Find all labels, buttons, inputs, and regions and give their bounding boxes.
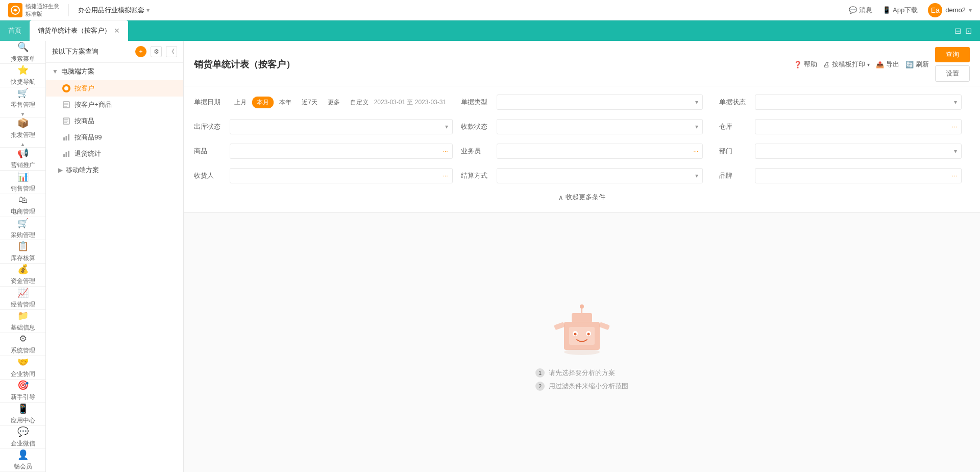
warehouse-label: 仓库 <box>719 122 755 131</box>
date-btn-custom[interactable]: 自定义 <box>346 97 373 108</box>
svg-point-20 <box>574 333 577 336</box>
sales-stat-tab-label: 销货单统计表（按客户） <box>38 26 111 35</box>
divider <box>68 4 69 16</box>
dropdown-icon: ▾ <box>146 7 150 14</box>
sidebar-item-search-menu[interactable]: 🔍 搜索菜单 <box>0 41 45 64</box>
scheme-item-by-product[interactable]: 按商品 <box>46 113 183 129</box>
sidebar-item-wholesale[interactable]: 📦 批发管理 ▲ <box>0 117 45 148</box>
wholesale-icon: 📦 <box>17 117 29 129</box>
logo-area: 畅捷通好生意 标准版 <box>8 3 59 17</box>
sidebar-item-retail[interactable]: 🛒 零售管理 ▼ <box>0 87 45 117</box>
settings-icon: ⚙ <box>154 48 159 55</box>
filter-receipt-status-col: 收款状态 ▾ <box>453 117 712 136</box>
salesperson-select[interactable]: ··· <box>497 144 703 159</box>
scheme-item-by-product-99[interactable]: 按商品99 <box>46 129 183 146</box>
doc-type-chevron-icon: ▾ <box>695 99 698 106</box>
receipt-status-select[interactable]: ▾ <box>497 119 703 134</box>
purchase-icon: 🛒 <box>17 218 29 229</box>
search-menu-icon: 🔍 <box>17 41 29 53</box>
empty-hint-2: 2 用过滤条件来缩小分析范围 <box>535 382 628 391</box>
filter-area: 单据日期 上月 本月 本年 近7天 更多 自定义 2023-03-01 至 20… <box>184 86 980 213</box>
window-maximize-icon[interactable]: ⊡ <box>965 26 972 36</box>
tab-home[interactable]: 首页 <box>0 20 30 41</box>
sidebar-item-newbie[interactable]: 🎯 新手引导 <box>0 380 45 403</box>
query-button[interactable]: 查询 <box>935 47 970 62</box>
date-btn-7days[interactable]: 近7天 <box>297 97 322 108</box>
date-shortcuts-group: 上月 本月 本年 近7天 更多 自定义 2023-03-01 至 2023-03… <box>230 97 453 108</box>
brand-dots-icon: ··· <box>952 172 957 179</box>
message-btn[interactable]: 💬 消息 <box>849 6 872 15</box>
refresh-icon: 🔄 <box>905 61 914 68</box>
doc-status-select[interactable]: ▾ <box>755 95 962 110</box>
doc-type-select[interactable]: ▾ <box>497 95 703 110</box>
warehouse-dots-icon: ··· <box>952 123 957 130</box>
scheme-settings-btn[interactable]: ⚙ <box>151 46 162 57</box>
filter-recipient-col: 收货人 ··· <box>194 166 453 185</box>
scheme-group-desktop-header[interactable]: ▼ 电脑端方案 <box>46 63 183 80</box>
settings-button[interactable]: 设置 <box>935 65 970 82</box>
filter-row-1: 单据日期 上月 本月 本年 近7天 更多 自定义 2023-03-01 至 20… <box>194 92 970 112</box>
app-title-dropdown[interactable]: 办公用品行业模拟账套 ▾ <box>78 6 150 15</box>
collapse-more-btn[interactable]: ∧ 收起更多条件 <box>194 188 970 206</box>
product-label: 商品 <box>194 147 230 156</box>
scheme-header-title: 按以下方案查询 <box>52 47 99 56</box>
scheme-group-mobile-header[interactable]: ▶ 移动端方案 <box>46 162 183 178</box>
phone-icon: 📱 <box>883 6 891 14</box>
hint-1-num: 1 <box>535 368 545 377</box>
settlement-select[interactable]: ▾ <box>497 168 703 183</box>
tab-close-icon[interactable]: ✕ <box>114 27 120 35</box>
desktop-collapse-icon: ▼ <box>52 68 58 75</box>
hint-1-text: 请先选择要分析的方案 <box>549 368 615 377</box>
right-panel: 销货单统计表（按客户） ❓ 帮助 🖨 按模板打印 ▾ 📤 导出 <box>184 41 980 472</box>
out-status-label: 出库状态 <box>194 122 230 131</box>
help-btn[interactable]: ❓ 帮助 <box>794 60 817 69</box>
print-btn[interactable]: 🖨 按模板打印 ▾ <box>823 60 870 69</box>
scheme-item-by-customer[interactable]: 按客户 <box>46 80 183 97</box>
sidebar-item-quick-nav[interactable]: ⭐ 快捷导航 <box>0 64 45 87</box>
out-status-select[interactable]: ▾ <box>230 119 453 134</box>
sidebar-item-inventory[interactable]: 📋 库存核算 <box>0 240 45 263</box>
app-download-btn[interactable]: 📱 App下载 <box>883 6 918 15</box>
export-btn[interactable]: 📤 导出 <box>876 60 899 69</box>
window-minimize-icon[interactable]: ⊟ <box>954 26 961 36</box>
empty-hint-1: 1 请先选择要分析的方案 <box>535 368 628 377</box>
window-buttons: ⊟ ⊡ <box>954 26 980 36</box>
sidebar-item-enterprise-wechat[interactable]: 💬 企业微信 <box>0 426 45 449</box>
sidebar-item-operation[interactable]: 📈 经营管理 <box>0 287 45 310</box>
sidebar-item-finance[interactable]: 💰 资金管理 <box>0 264 45 287</box>
date-btn-this-year[interactable]: 本年 <box>275 97 296 108</box>
dept-select[interactable]: ▾ <box>755 144 962 159</box>
app-center-icon: 📱 <box>17 403 29 414</box>
by-product-99-icon <box>62 133 70 141</box>
sidebar-item-purchase[interactable]: 🛒 采购管理 <box>0 217 45 240</box>
user-info[interactable]: Ea demo2 ▾ <box>928 3 972 17</box>
scheme-collapse-btn[interactable]: 《 <box>166 46 177 57</box>
scheme-item-return-stat[interactable]: 退货统计 <box>46 146 183 162</box>
scheme-add-btn[interactable]: + <box>135 46 146 57</box>
sidebar-item-basic-info[interactable]: 📁 基础信息 <box>0 310 45 333</box>
svg-rect-26 <box>599 322 610 330</box>
brand-select[interactable]: ··· <box>755 168 962 183</box>
filter-row-2: 出库状态 ▾ 收款状态 ▾ 仓库 <box>194 117 970 136</box>
warehouse-select[interactable]: ··· <box>755 119 962 134</box>
scheme-item-by-customer-product[interactable]: 按客户+商品 <box>46 97 183 113</box>
sidebar-item-system[interactable]: ⚙ 系统管理 <box>0 333 45 356</box>
empty-state: 1 请先选择要分析的方案 2 用过滤条件来缩小分析范围 <box>535 294 628 391</box>
sidebar-item-sales[interactable]: 📊 销售管理 <box>0 171 45 194</box>
salesperson-label: 业务员 <box>461 147 497 156</box>
sidebar-item-app-center[interactable]: 📱 应用中心 <box>0 403 45 426</box>
sidebar-item-enterprise[interactable]: 🤝 企业协同 <box>0 356 45 379</box>
sidebar-item-ecommerce[interactable]: 🛍 电商管理 <box>0 194 45 217</box>
tab-sales-stat[interactable]: 销货单统计表（按客户） ✕ <box>30 20 128 41</box>
sidebar-item-member[interactable]: 👤 畅会员 <box>0 449 45 472</box>
date-btn-this-month[interactable]: 本月 <box>252 97 274 108</box>
sidebar-item-marketing[interactable]: 📢 营销推广 <box>0 148 45 171</box>
date-btn-more[interactable]: 更多 <box>323 97 345 108</box>
refresh-btn[interactable]: 🔄 刷新 <box>905 60 929 69</box>
date-btn-last-month[interactable]: 上月 <box>230 97 251 108</box>
system-icon: ⚙ <box>19 333 27 344</box>
svg-rect-25 <box>554 322 565 330</box>
recipient-select[interactable]: ··· <box>230 168 453 183</box>
product-select[interactable]: ··· <box>230 144 453 159</box>
filter-doc-type-col: 单据类型 ▾ <box>453 92 712 112</box>
